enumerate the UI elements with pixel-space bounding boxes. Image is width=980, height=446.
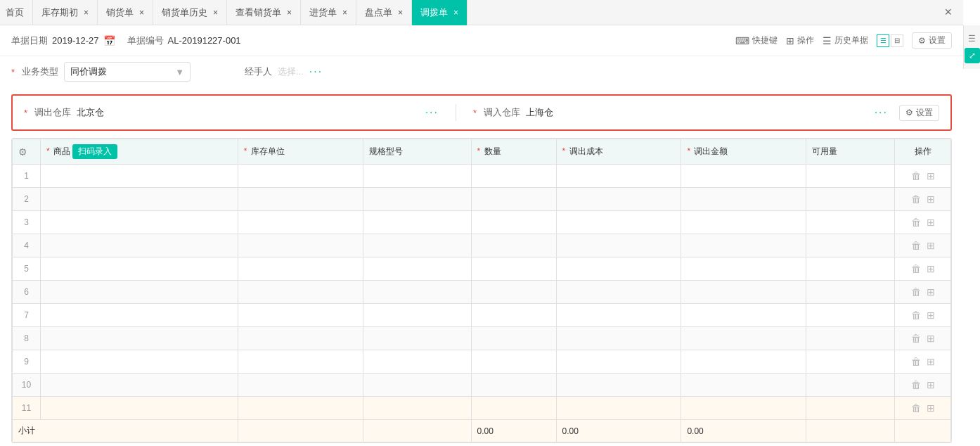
amount-cell-7[interactable] <box>681 304 806 327</box>
sidebar-expand-icon[interactable]: ⤢ <box>965 48 980 63</box>
cost-cell-4[interactable] <box>556 234 681 257</box>
goods-cell-11[interactable] <box>41 397 238 420</box>
transfer-out-more-btn[interactable]: ··· <box>425 106 439 119</box>
qty-cell-3[interactable] <box>471 211 556 234</box>
amount-cell-10[interactable] <box>681 374 806 397</box>
delete-icon-3[interactable]: 🗑 <box>911 217 921 228</box>
available-cell-1[interactable] <box>806 165 895 188</box>
unit-cell-4[interactable] <box>238 234 363 257</box>
goods-cell-8[interactable] <box>41 327 238 350</box>
qty-cell-8[interactable] <box>471 327 556 350</box>
amount-cell-11[interactable] <box>681 397 806 420</box>
delete-icon-8[interactable]: 🗑 <box>911 333 921 344</box>
available-cell-3[interactable] <box>806 211 895 234</box>
unit-cell-9[interactable] <box>238 350 363 374</box>
spec-cell-11[interactable] <box>363 397 471 420</box>
cost-cell-8[interactable] <box>556 327 681 350</box>
amount-cell-2[interactable] <box>681 188 806 211</box>
cost-cell-6[interactable] <box>556 281 681 304</box>
delete-icon-4[interactable]: 🗑 <box>911 240 921 251</box>
table-gear-icon[interactable]: ⚙ <box>18 146 27 158</box>
copy-icon-1[interactable]: ⊞ <box>927 170 935 181</box>
amount-cell-9[interactable] <box>681 350 806 374</box>
history-btn[interactable]: ☰ 历史单据 <box>823 34 868 46</box>
available-cell-8[interactable] <box>806 327 895 350</box>
available-cell-9[interactable] <box>806 350 895 374</box>
tab-inventory-init[interactable]: 库存期初 × <box>33 0 98 25</box>
amount-cell-5[interactable] <box>681 257 806 281</box>
cost-cell-10[interactable] <box>556 374 681 397</box>
available-cell-2[interactable] <box>806 188 895 211</box>
copy-icon-2[interactable]: ⊞ <box>927 193 935 205</box>
unit-cell-10[interactable] <box>238 374 363 397</box>
unit-cell-6[interactable] <box>238 281 363 304</box>
tab-close-sales-history[interactable]: × <box>213 8 218 18</box>
unit-cell-2[interactable] <box>238 188 363 211</box>
tab-close-view-sales[interactable]: × <box>287 8 292 18</box>
layout-list-btn[interactable]: ☰ <box>877 34 889 47</box>
goods-cell-3[interactable] <box>41 211 238 234</box>
copy-icon-10[interactable]: ⊞ <box>927 379 935 390</box>
qty-cell-2[interactable] <box>471 188 556 211</box>
shortcut-btn[interactable]: ⌨ 快捷键 <box>735 34 778 46</box>
tab-sales-order[interactable]: 销货单 × <box>98 0 153 25</box>
spec-cell-7[interactable] <box>363 304 471 327</box>
sidebar-note-icon[interactable]: ☰ <box>965 31 980 46</box>
copy-icon-9[interactable]: ⊞ <box>927 356 935 367</box>
copy-icon-5[interactable]: ⊞ <box>927 263 935 274</box>
copy-icon-3[interactable]: ⊞ <box>927 217 935 228</box>
copy-icon-7[interactable]: ⊞ <box>927 310 935 321</box>
tab-stocktake[interactable]: 盘点单 × <box>356 0 412 25</box>
amount-cell-8[interactable] <box>681 327 806 350</box>
spec-cell-2[interactable] <box>363 188 471 211</box>
cost-cell-11[interactable] <box>556 397 681 420</box>
goods-cell-5[interactable] <box>41 257 238 281</box>
available-cell-10[interactable] <box>806 374 895 397</box>
amount-cell-1[interactable] <box>681 165 806 188</box>
delete-icon-2[interactable]: 🗑 <box>911 193 921 205</box>
calendar-icon[interactable]: 📅 <box>103 34 116 47</box>
amount-cell-4[interactable] <box>681 234 806 257</box>
layout-grid-btn[interactable]: ⊟ <box>891 34 903 47</box>
goods-cell-4[interactable] <box>41 234 238 257</box>
tab-close-transfer[interactable]: × <box>453 8 458 18</box>
spec-cell-3[interactable] <box>363 211 471 234</box>
delete-icon-6[interactable]: 🗑 <box>911 286 921 298</box>
goods-cell-7[interactable] <box>41 304 238 327</box>
goods-cell-1[interactable] <box>41 165 238 188</box>
unit-cell-5[interactable] <box>238 257 363 281</box>
available-cell-5[interactable] <box>806 257 895 281</box>
unit-cell-3[interactable] <box>238 211 363 234</box>
copy-icon-4[interactable]: ⊞ <box>927 240 935 251</box>
copy-icon-8[interactable]: ⊞ <box>927 333 935 344</box>
tab-transfer[interactable]: 调拨单 × <box>412 0 468 25</box>
cost-cell-7[interactable] <box>556 304 681 327</box>
settings-btn[interactable]: ⚙ 设置 <box>912 32 952 49</box>
spec-cell-8[interactable] <box>363 327 471 350</box>
tab-close-inventory-init[interactable]: × <box>84 8 89 18</box>
tab-view-sales[interactable]: 查看销货单 × <box>227 0 301 25</box>
business-type-select[interactable]: 同价调拨 ▼ <box>64 62 191 82</box>
unit-cell-7[interactable] <box>238 304 363 327</box>
delete-icon-7[interactable]: 🗑 <box>911 310 921 321</box>
qty-cell-11[interactable] <box>471 397 556 420</box>
spec-cell-10[interactable] <box>363 374 471 397</box>
qty-cell-5[interactable] <box>471 257 556 281</box>
goods-cell-9[interactable] <box>41 350 238 374</box>
tab-home[interactable]: 首页 <box>6 0 33 25</box>
copy-icon-6[interactable]: ⊞ <box>927 286 935 298</box>
delete-icon-5[interactable]: 🗑 <box>911 263 921 274</box>
available-cell-4[interactable] <box>806 234 895 257</box>
spec-cell-6[interactable] <box>363 281 471 304</box>
available-cell-6[interactable] <box>806 281 895 304</box>
tab-sales-history[interactable]: 销货单历史 × <box>153 0 227 25</box>
amount-cell-3[interactable] <box>681 211 806 234</box>
operation-btn[interactable]: ⊞ 操作 <box>786 34 814 46</box>
section-settings-btn[interactable]: ⚙ 设置 <box>899 105 939 121</box>
available-cell-11[interactable] <box>806 397 895 420</box>
tab-purchase[interactable]: 进货单 × <box>301 0 356 25</box>
cost-cell-5[interactable] <box>556 257 681 281</box>
transfer-in-more-btn[interactable]: ··· <box>875 106 888 119</box>
tab-close-stocktake[interactable]: × <box>398 8 403 18</box>
tab-close-sales-order[interactable]: × <box>139 8 144 18</box>
